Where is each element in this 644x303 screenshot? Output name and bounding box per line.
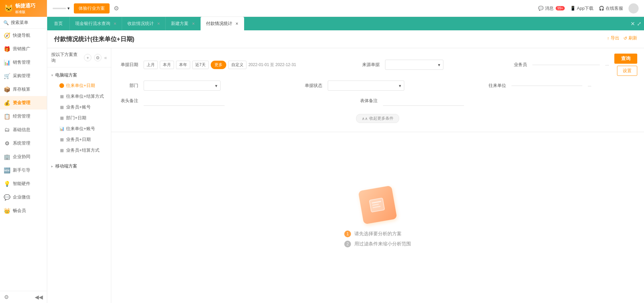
finance-icon: 💰: [4, 100, 10, 106]
sidebar-item-purchase[interactable]: 🛒 采购管理: [0, 69, 47, 83]
support-icon: 🎧: [599, 6, 604, 11]
topbar-right: 💬 消息 99+ 📱 App下载 🎧 在线客服: [538, 3, 639, 13]
date-last-7[interactable]: 近7天: [192, 61, 209, 69]
scheme-item-label: 往来单位+日期: [66, 83, 95, 89]
app-logo-icon: 🐱: [4, 4, 13, 13]
scheme-section-mobile: ▸ 移动端方案: [47, 158, 111, 174]
tab-payment-stats-close[interactable]: ×: [236, 21, 238, 26]
tab-new-scheme[interactable]: 新建方案 ×: [166, 17, 200, 30]
dept-label: 部门: [118, 83, 138, 89]
related-unit-input-area: [511, 86, 582, 86]
tab-cash-flow[interactable]: 现金银行流水查询 ×: [70, 17, 122, 30]
body-note-input[interactable]: [383, 95, 464, 106]
sidebar-item-corp[interactable]: 🏢 企业协同: [0, 150, 47, 163]
date-custom[interactable]: 自定义: [228, 61, 246, 69]
company-name: [53, 8, 66, 9]
tab-close-all-btn[interactable]: ✕: [631, 21, 635, 27]
app-download-btn[interactable]: 📱 App下载: [570, 5, 593, 11]
settings-footer-icon[interactable]: ⚙: [4, 294, 9, 300]
scheme-settings-btn[interactable]: ⚙: [94, 54, 101, 61]
sidebar-item-finance[interactable]: 💰 资金管理: [0, 96, 47, 110]
scheme-item-unit-date[interactable]: 往来单位+日期: [51, 80, 107, 91]
date-more[interactable]: 更多: [211, 61, 226, 69]
sidebar-item-sales[interactable]: 📊 销售管理: [0, 56, 47, 69]
scheme-section-mobile-title[interactable]: ▸ 移动端方案: [51, 161, 107, 171]
search-icon: 🔍: [3, 20, 9, 25]
mobile-section-arrow: ▸: [51, 164, 53, 169]
quicknav-icon: 🧭: [4, 32, 10, 38]
tab-payment-stats-label: 付款情况统计: [206, 21, 232, 27]
settings-btn[interactable]: 设置: [617, 66, 637, 76]
tab-bar: 首页 现金银行流水查询 × 收款情况统计 × 新建方案 × 付款情况统计 × ✕…: [47, 17, 644, 30]
date-this-year[interactable]: 本年: [176, 61, 190, 69]
sidebar-item-wechat[interactable]: 💬 企业微信: [0, 190, 47, 204]
tab-new-scheme-close[interactable]: ×: [192, 21, 195, 26]
scheme-item-unit-account[interactable]: 📊 往来单位+账号: [51, 123, 107, 134]
collapse-sidebar-icon[interactable]: ◀◀: [35, 294, 43, 300]
sidebar-item-system[interactable]: ⚙ 系统管理: [0, 137, 47, 150]
related-unit-dots[interactable]: ···: [588, 83, 591, 88]
scheme-section-pc-title[interactable]: ▾ 电脑端方案: [51, 70, 107, 80]
scheme-item-unit-settle[interactable]: ▦ 往来单位+结算方式: [51, 91, 107, 102]
scheme-item-staff-date[interactable]: ▦ 业务员+日期: [51, 134, 107, 145]
filter-row-1: 单据日期 上月 本月 本年 近7天 更多 自定义 2022-01-01 至 20…: [118, 54, 637, 76]
basic-icon: 🗂: [4, 127, 10, 133]
app-name: 畅捷通巧: [15, 3, 35, 9]
add-scheme-btn[interactable]: +: [84, 54, 91, 61]
staff-dots[interactable]: ···: [605, 62, 609, 67]
scheme-item-staff-settle[interactable]: ▦ 业务员+结算方式: [51, 145, 107, 156]
date-range: 2022-01-01 至 2022-12-31: [248, 62, 296, 68]
action-buttons: 查询 设置: [614, 54, 637, 76]
voucher-status-select[interactable]: ▾: [328, 81, 405, 91]
message-btn[interactable]: 💬 消息 99+: [538, 5, 565, 11]
refresh-btn[interactable]: ↺ 刷新: [623, 35, 637, 41]
date-prev-month[interactable]: 上月: [144, 61, 158, 69]
user-avatar[interactable]: [628, 3, 639, 13]
tab-cash-flow-close[interactable]: ×: [114, 21, 116, 26]
body-note-field[interactable]: [383, 95, 464, 105]
online-support-btn[interactable]: 🎧 在线客服: [599, 5, 623, 11]
step1-text: 请先选择要分析的方案: [354, 231, 402, 237]
page-header-actions: ↑ 导出 ↺ 刷新: [607, 35, 638, 46]
tab-expand-btn[interactable]: ⤢: [637, 21, 641, 27]
tab-home[interactable]: 首页: [47, 17, 70, 30]
collapse-conditions-btn[interactable]: ∧∧ 收起更多条件: [356, 114, 399, 123]
header-note-field[interactable]: [144, 95, 225, 105]
sidebar-item-operation[interactable]: 📋 经营管理: [0, 110, 47, 123]
tab-payment-stats[interactable]: 付款情况统计 ×: [201, 17, 244, 30]
filter-row-2: 部门 ▾ 单据状态 ▾ 往来单位: [118, 81, 637, 91]
online-support-label: 在线客服: [606, 5, 623, 11]
sidebar-search[interactable]: 🔍 搜索菜单: [0, 17, 47, 29]
tab-receipt-stats-label: 收款情况统计: [127, 21, 154, 27]
scheme-item-staff-account[interactable]: ▦ 业务员+账号: [51, 102, 107, 113]
header-note-input[interactable]: [144, 95, 225, 106]
sidebar-item-label: 采购管理: [13, 73, 30, 79]
date-this-month[interactable]: 本月: [160, 61, 174, 69]
left-panel: 按以下方案查询 + ⚙ « ▾ 电脑端方案: [47, 48, 111, 303]
scheme-item-dept-date[interactable]: ▦ 部门+日期: [51, 113, 107, 123]
tab-receipt-stats[interactable]: 收款情况统计 ×: [122, 17, 166, 30]
collapse-panel-btn[interactable]: «: [104, 55, 107, 60]
scheme-item-label: 往来单位+结算方式: [66, 93, 104, 99]
sidebar-item-vip[interactable]: 👑 畅会员: [0, 204, 47, 217]
tab-receipt-stats-close[interactable]: ×: [157, 21, 160, 26]
sidebar-item-guide[interactable]: 🆕 新手引导: [0, 163, 47, 177]
source-select[interactable]: ▾: [385, 60, 444, 70]
query-btn[interactable]: 查询: [614, 54, 637, 64]
dept-select[interactable]: ▾: [144, 81, 221, 91]
scheme-item-label: 部门+日期: [66, 115, 86, 121]
pc-section-arrow: ▾: [51, 73, 53, 78]
trial-btn[interactable]: 体验行业方案: [74, 3, 110, 13]
app-version: 标准版: [15, 10, 35, 14]
grid-icon: ▦: [59, 105, 64, 110]
settings-icon[interactable]: ⚙: [114, 5, 119, 12]
step1-num: 1: [344, 231, 351, 237]
sidebar-item-quicknav[interactable]: 🧭 快捷导航: [0, 29, 47, 42]
sidebar-item-hardware[interactable]: 💡 智能硬件: [0, 177, 47, 190]
sidebar-item-inventory[interactable]: 📦 库存核算: [0, 83, 47, 96]
sidebar-item-marketing[interactable]: 🎁 营销推广: [0, 42, 47, 56]
sidebar-item-basic[interactable]: 🗂 基础信息: [0, 123, 47, 137]
company-selector[interactable]: ▾: [53, 6, 70, 11]
voucher-status-label: 单据状态: [302, 83, 322, 89]
export-btn[interactable]: ↑ 导出: [607, 35, 620, 41]
